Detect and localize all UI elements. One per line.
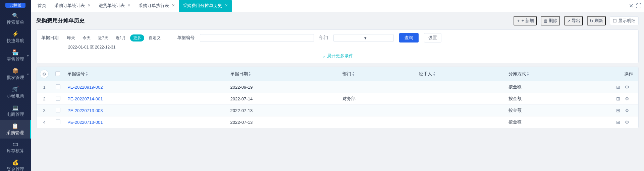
tab-label: 采购费用分摊单历史 bbox=[183, 3, 222, 9]
chip-more[interactable]: 更多 bbox=[130, 34, 144, 41]
col-dept: 部门 ▲▼ bbox=[339, 67, 416, 81]
show-cols-button[interactable]: ☐ 显示明细 bbox=[610, 16, 639, 25]
page-header: 采购费用分摊单历史 ＋ + 新增 🗑 删除 ↗ 导出 ↻ 刷新 bbox=[36, 16, 639, 25]
row-actions-cell: ⊞ ⚙ bbox=[611, 105, 638, 116]
data-table: ⚙ 单据编号 ▲▼ 单据日期 bbox=[36, 67, 639, 128]
row-actions-cell: ⊞ ⚙ bbox=[611, 81, 638, 93]
row-index-cell: 3 bbox=[37, 105, 52, 116]
delete-button[interactable]: 🗑 删除 bbox=[541, 16, 560, 25]
sidebar-item-label: 资金管理 bbox=[7, 166, 24, 171]
more-actions-icon[interactable]: ⚙ bbox=[624, 119, 631, 125]
table-row: 4 PE-20220713-001 2022-07-13 按金额 ⊞ ⚙ bbox=[37, 116, 638, 128]
close-icon[interactable]: ✕ bbox=[88, 3, 91, 8]
more-actions-icon[interactable]: ⚙ bbox=[624, 84, 631, 90]
sidebar: 指标板 🔍 搜索菜单 ⚡ 快捷导航 🏪 零售管理 ▾ 📦 批发管理 ▾ 🛒 小畅… bbox=[0, 0, 31, 171]
header-actions: ＋ + 新增 🗑 删除 ↗ 导出 ↻ 刷新 ☐ 显示明细 bbox=[514, 16, 639, 25]
sort-arrows-icon: ▲▼ bbox=[249, 71, 251, 77]
sort-docdate[interactable]: 单据日期 ▲▼ bbox=[230, 71, 251, 77]
sidebar-item-ecomm[interactable]: 💻 电商管理 bbox=[0, 102, 31, 120]
sidebar-item-inventory[interactable]: 🗃 库存核算 bbox=[0, 139, 31, 157]
view-icon[interactable]: ⊞ bbox=[615, 95, 622, 102]
quicknav-icon: ⚡ bbox=[12, 31, 19, 37]
row-dept-cell: 财务部 bbox=[339, 93, 416, 105]
docno-input[interactable] bbox=[200, 34, 314, 42]
chip-custom[interactable]: 自定义 bbox=[146, 34, 164, 41]
view-icon[interactable]: ⊞ bbox=[615, 84, 622, 90]
row-dept-cell bbox=[339, 105, 416, 116]
add-button[interactable]: ＋ + 新增 bbox=[514, 16, 537, 25]
col-checkbox bbox=[52, 67, 64, 81]
chevron-down-icon: ▾ bbox=[27, 73, 29, 76]
sort-arrows-icon: ▲▼ bbox=[433, 71, 435, 77]
sidebar-item-finance[interactable]: 💰 资金管理 bbox=[0, 157, 31, 171]
expand-more-button[interactable]: ⌄ 展开更多条件 bbox=[41, 52, 634, 60]
wholesale-icon: 📦 bbox=[12, 68, 19, 74]
tab-label: 采购订单统计表 bbox=[54, 3, 85, 9]
sidebar-item-retail[interactable]: 🏪 零售管理 ▾ bbox=[0, 47, 31, 65]
sort-dept[interactable]: 部门 ▲▼ bbox=[342, 71, 355, 77]
sidebar-item-label: 零售管理 bbox=[7, 56, 24, 62]
docno-link[interactable]: PE-20220713-001 bbox=[67, 120, 103, 125]
filter-row-date-range: 2022-01-01 至 2022-12-31 bbox=[41, 45, 634, 50]
close-icon[interactable]: ✕ bbox=[225, 3, 228, 8]
sidebar-item-search[interactable]: 🔍 搜索菜单 bbox=[0, 10, 31, 28]
sidebar-item-quicknav[interactable]: ⚡ 快捷导航 bbox=[0, 28, 31, 47]
tab-purchase-order-exec[interactable]: 采购订单执行表 ✕ bbox=[135, 0, 179, 12]
refresh-button[interactable]: ↻ 刷新 bbox=[587, 16, 606, 25]
row-checkbox-cell bbox=[52, 116, 64, 128]
docno-link[interactable]: PE-20220919-002 bbox=[67, 85, 103, 90]
sort-docno[interactable]: 单据编号 ▲▼ bbox=[67, 71, 88, 77]
select-all-checkbox[interactable] bbox=[55, 71, 60, 76]
col-settings-button[interactable]: ⚙ bbox=[40, 70, 49, 78]
docno-link[interactable]: PE-20220714-001 bbox=[67, 96, 103, 101]
tab-purchase-cost-history[interactable]: 采购费用分摊单历史 ✕ bbox=[179, 0, 232, 12]
tab-label: 进货单统计表 bbox=[99, 3, 125, 9]
tab-label: 首页 bbox=[38, 3, 46, 9]
row-docdate-cell: 2022-07-14 bbox=[227, 93, 339, 105]
tab-purchase-goods-stats[interactable]: 进货单统计表 ✕ bbox=[95, 0, 135, 12]
row-splitmethod-cell: 按金额 bbox=[505, 81, 611, 93]
chip-7days[interactable]: 近7天 bbox=[95, 34, 111, 41]
docno-input-group bbox=[200, 34, 314, 42]
query-button[interactable]: 查询 bbox=[399, 33, 419, 42]
row-index-cell: 2 bbox=[37, 93, 52, 105]
tab-purchase-order-stats[interactable]: 采购订单统计表 ✕ bbox=[50, 0, 95, 12]
export-button[interactable]: ↗ 导出 bbox=[564, 16, 583, 25]
chip-1month[interactable]: 近1月 bbox=[113, 34, 129, 41]
docno-link[interactable]: PE-20220713-003 bbox=[67, 108, 103, 113]
more-actions-icon[interactable]: ⚙ bbox=[624, 107, 631, 114]
close-tab-button[interactable]: ✕ bbox=[629, 3, 633, 9]
trash-icon: 🗑 bbox=[543, 18, 548, 23]
filter-area: 单据日期 昨天 今天 近7天 近1月 更多 自定义 单据编号 部门 bbox=[36, 29, 639, 63]
sidebar-item-ecommsmall[interactable]: 🛒 小畅电商 bbox=[0, 83, 31, 102]
row-splitmethod-cell: 按金额 bbox=[505, 105, 611, 116]
more-actions-icon[interactable]: ⚙ bbox=[624, 95, 631, 102]
date-filter-label: 单据日期 bbox=[41, 35, 59, 41]
sort-handler[interactable]: 经手人 ▲▼ bbox=[419, 71, 435, 77]
view-icon[interactable]: ⊞ bbox=[615, 107, 622, 114]
row-checkbox[interactable] bbox=[56, 84, 60, 89]
table-row: 2 PE-20220714-001 2022-07-14 财务部 按金额 ⊞ ⚙ bbox=[37, 93, 638, 105]
tab-home[interactable]: 首页 bbox=[34, 0, 50, 12]
table-header-row: ⚙ 单据编号 ▲▼ 单据日期 bbox=[37, 67, 638, 81]
sidebar-item-purchase[interactable]: 📋 采购管理 bbox=[0, 120, 31, 139]
row-docno-cell: PE-20220713-001 bbox=[64, 116, 227, 128]
row-checkbox[interactable] bbox=[56, 96, 60, 101]
sort-splitmethod[interactable]: 分摊方式 ▲▼ bbox=[508, 71, 529, 77]
chip-today[interactable]: 今天 bbox=[79, 34, 94, 41]
view-icon[interactable]: ⊞ bbox=[615, 119, 622, 125]
row-actions-cell: ⊞ ⚙ bbox=[611, 116, 638, 128]
table-row: 3 PE-20220713-003 2022-07-13 按金额 ⊞ ⚙ bbox=[37, 105, 638, 116]
docno-filter-label: 单据编号 bbox=[177, 35, 195, 41]
ecommsmall-icon: 🛒 bbox=[12, 86, 19, 92]
sidebar-item-label: 库存核算 bbox=[7, 148, 24, 154]
close-icon[interactable]: ✕ bbox=[172, 3, 175, 8]
maximize-button[interactable]: ⛶ bbox=[636, 3, 641, 9]
row-checkbox[interactable] bbox=[56, 119, 60, 124]
sidebar-item-wholesale[interactable]: 📦 批发管理 ▾ bbox=[0, 65, 31, 83]
dept-select[interactable]: ▾ bbox=[333, 34, 394, 42]
chip-yesterday[interactable]: 昨天 bbox=[64, 34, 78, 41]
row-checkbox[interactable] bbox=[56, 108, 60, 112]
filter-settings-button[interactable]: 设置 bbox=[424, 33, 441, 42]
close-icon[interactable]: ✕ bbox=[127, 3, 130, 8]
